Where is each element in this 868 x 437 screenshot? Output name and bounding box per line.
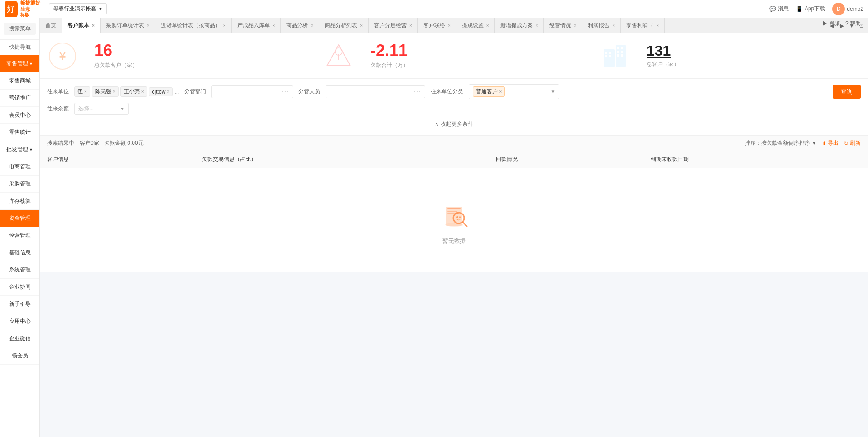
empty-text: 暂无数据 — [442, 237, 466, 245]
sidebar-item-purchase[interactable]: 采购管理 — [0, 176, 39, 193]
dept-select[interactable]: ··· — [211, 86, 293, 98]
svg-rect-5 — [609, 52, 611, 54]
tab-close-profit[interactable]: × — [612, 23, 615, 28]
tab-close-operations[interactable]: × — [574, 23, 576, 28]
tab-customer-segment[interactable]: 客户分层经营 × — [369, 18, 418, 33]
sidebar-item-retail-mgmt[interactable]: 零售管理 ▼ — [0, 55, 39, 72]
tab-inbound-stats[interactable]: 进货单统计表（按商品） × — [155, 18, 232, 33]
sidebar-item-retail-mall[interactable]: 零售商城 — [0, 72, 39, 90]
stat-card-credit-customers: ¥ 16 总欠款客户（家） — [40, 33, 316, 78]
filter-unit-tags: 伍 × 陈民强 × 王小亮 × cjttcw × — [74, 86, 179, 97]
result-bar: 搜索结果中，客户0家 欠款金额 0.00元 排序：按欠款金额倒序排序 ▼ ⬆ 导… — [40, 136, 868, 151]
person-select[interactable]: ··· — [326, 86, 425, 98]
tab-close-achievement[interactable]: × — [536, 23, 538, 28]
balance-select[interactable]: 选择... ▼ — [74, 103, 129, 115]
user-menu[interactable]: D demo2 — [832, 3, 863, 15]
refresh-button[interactable]: ↻ 刷新 — [844, 139, 861, 147]
col-due-date: 到期未收款日期 — [643, 151, 868, 168]
sidebar-item-newbie[interactable]: 新手引导 — [0, 296, 39, 313]
filter-tag-chen: 陈民强 × — [92, 86, 119, 97]
sidebar-item-marketing[interactable]: 营销推广 — [0, 90, 39, 107]
search-menu-button[interactable]: 搜索菜单 — [4, 23, 36, 35]
sidebar-item-operations[interactable]: 经营管理 — [0, 227, 39, 244]
sort-selector[interactable]: 排序：按欠款金额倒序排序 ▼ — [745, 139, 816, 147]
query-button[interactable]: 查询 — [833, 85, 861, 99]
chevron-icon: ▼ — [29, 62, 33, 66]
sidebar-item-retail-stats[interactable]: 零售统计 — [0, 124, 39, 141]
stat-card-total-customers: 131 总客户（家） — [592, 33, 868, 78]
sidebar-item-member-center[interactable]: 会员中心 — [0, 107, 39, 124]
tab-close-customer-accounts[interactable]: × — [92, 23, 95, 28]
tab-product-analysis-list[interactable]: 商品分析列表 × — [319, 18, 369, 33]
sidebar-item-enterprise[interactable]: 企业协同 — [0, 279, 39, 296]
tab-customer-accounts[interactable]: 客户账本 × — [62, 18, 101, 33]
sidebar-item-basic-info[interactable]: 基础信息 — [0, 244, 39, 261]
tab-close-reminder[interactable]: × — [486, 23, 489, 28]
filter-tag-chen-close[interactable]: × — [113, 89, 115, 94]
result-actions: 排序：按欠款金额倒序排序 ▼ ⬆ 导出 ↻ 刷新 — [745, 139, 861, 147]
collapse-button[interactable]: ∧ 收起更多条件 — [435, 119, 473, 130]
tab-close-inbound[interactable]: × — [223, 23, 226, 28]
export-button[interactable]: ⬆ 导出 — [822, 139, 839, 147]
tab-operations-status[interactable]: 经营情况 × — [544, 18, 582, 33]
collapse-icon: ∧ — [435, 121, 439, 128]
tab-customer-contact[interactable]: 客户联络 × — [418, 18, 456, 33]
tab-close-contact[interactable]: × — [448, 23, 451, 28]
filter-tag-cjttcw: cjttcw × — [149, 87, 173, 96]
total-customers-label: 总客户（家） — [647, 61, 679, 68]
sidebar-item-enterprise-wechat[interactable]: 企业微信 — [0, 330, 39, 347]
quick-nav-button[interactable]: 快捷导航 — [0, 40, 39, 55]
tab-home[interactable]: 首页 — [40, 18, 62, 33]
tab-close-retail[interactable]: × — [656, 23, 659, 28]
tab-retail-profit[interactable]: 零售利润（ × — [621, 18, 665, 33]
sidebar-item-finance[interactable]: 资金管理 — [0, 210, 39, 227]
balance-placeholder: 选择... — [78, 105, 94, 113]
svg-rect-6 — [605, 55, 607, 57]
filter-tag-wu: 伍 × — [74, 86, 90, 97]
logo-icon: 好 — [5, 1, 18, 17]
svg-rect-16 — [447, 208, 461, 209]
app-download-btn[interactable]: 📱 App下载 — [796, 5, 825, 13]
filter-area: 往来单位 伍 × 陈民强 × 王小亮 × — [40, 79, 868, 136]
tab-close-product-analysis[interactable]: × — [311, 23, 313, 28]
filter-row-2: 往来余额 选择... ▼ — [47, 103, 861, 115]
tab-profit-report[interactable]: 利润报告 × — [582, 18, 621, 33]
sidebar-item-system[interactable]: 系统管理 — [0, 261, 39, 279]
tab-add-achievement[interactable]: 新增提成方案 × — [495, 18, 544, 33]
classify-chevron: ▼ — [551, 89, 555, 94]
tab-product-analysis[interactable]: 商品分析 × — [281, 18, 319, 33]
classify-select[interactable]: 普通客户 × ▼ — [469, 84, 559, 99]
svg-rect-10 — [617, 51, 619, 53]
credit-amount-value: -2.11 — [370, 43, 408, 59]
table-container: 客户信息 欠款交易信息（占比） 回款情况 到期未收款日期 — [40, 151, 868, 272]
filter-tag-cjttcw-close[interactable]: × — [167, 89, 170, 94]
sidebar-item-inventory[interactable]: 库存核算 — [0, 193, 39, 210]
sidebar-item-ecommerce[interactable]: 电商管理 — [0, 158, 39, 176]
tab-close-product-list[interactable]: × — [360, 23, 363, 28]
logo-text: 畅捷通好生意 标版 — [20, 0, 44, 17]
demo-selector[interactable]: 母婴行业演示帐套 ▼ — [49, 3, 107, 14]
sidebar-item-vip[interactable]: 畅会员 — [0, 347, 39, 365]
chevron-icon: ▼ — [29, 147, 33, 152]
data-table: 客户信息 欠款交易信息（占比） 回款情况 到期未收款日期 — [40, 151, 868, 168]
empty-icon — [436, 195, 472, 232]
tab-close-purchase[interactable]: × — [147, 23, 149, 28]
sidebar-item-wholesale-mgmt[interactable]: 批发管理 ▼ — [0, 141, 39, 158]
tab-purchase-order-stats[interactable]: 采购订单统计表 × — [101, 18, 155, 33]
filter-tag-wang-close[interactable]: × — [141, 89, 144, 94]
classify-label: 往来单位分类 — [431, 88, 463, 95]
person-label: 分管人员 — [298, 88, 320, 95]
tab-reminder[interactable]: 提成设置 × — [456, 18, 495, 33]
tab-production[interactable]: 产成品入库单 × — [232, 18, 281, 33]
main-layout: 搜索菜单 快捷导航 零售管理 ▼ 零售商城 营销推广 会员中心 零售统计 批发管… — [0, 18, 868, 437]
svg-point-21 — [456, 216, 458, 218]
sidebar-item-app-center[interactable]: 应用中心 — [0, 313, 39, 330]
tab-close-segment[interactable]: × — [409, 23, 412, 28]
filter-more-btn[interactable]: ... — [174, 89, 179, 95]
tab-close-production[interactable]: × — [273, 23, 275, 28]
message-btn[interactable]: 💬 消息 — [769, 5, 789, 13]
result-summary: 搜索结果中，客户0家 欠款金额 0.00元 — [47, 139, 144, 147]
classify-tag-close[interactable]: × — [499, 89, 502, 94]
filter-tag-wu-close[interactable]: × — [84, 89, 87, 94]
svg-line-20 — [463, 222, 467, 226]
